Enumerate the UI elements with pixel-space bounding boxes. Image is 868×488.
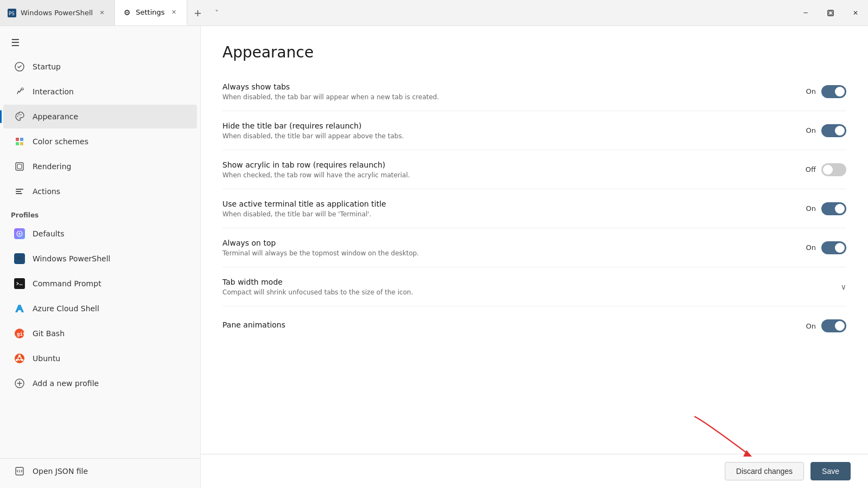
svg-point-8 (21, 114, 22, 115)
rendering-icon (14, 161, 25, 172)
svg-point-6 (17, 116, 18, 117)
tab-dropdown-button[interactable]: ˅ (209, 0, 225, 25)
svg-rect-9 (16, 138, 19, 141)
toggle-label-always-show-tabs: On (801, 87, 816, 95)
settings-row-always-show-tabs: Always show tabsWhen disabled, the tab b… (222, 72, 846, 111)
toggle-pane-animations[interactable] (821, 319, 846, 332)
settings-row-show-acrylic: Show acrylic in tab row (requires relaun… (222, 150, 846, 189)
setting-label-always-show-tabs: Always show tabs (222, 82, 779, 91)
toggle-always-on-top[interactable] (821, 241, 846, 254)
settings-row-always-on-top: Always on topTerminal will always be the… (222, 228, 846, 267)
sidebar-bottom: Open JSON file (0, 458, 200, 484)
sidebar-item-azure[interactable]: Azure Cloud Shell (3, 297, 197, 320)
setting-label-tab-width-mode: Tab width mode (222, 278, 819, 286)
toggle-always-show-tabs[interactable] (821, 85, 846, 98)
sidebar-item-add-profile-label: Add a new profile (33, 379, 99, 388)
sidebar-item-ubuntu-label: Ubuntu (33, 354, 60, 363)
toggle-thumb-pane-animations (835, 321, 845, 331)
tab-list: PS Windows PowerShell ✕ ⚙ Settings ✕ + ˅ (0, 0, 793, 25)
close-button[interactable]: ✕ (843, 0, 868, 25)
svg-rect-19 (16, 280, 23, 287)
main-layout: ☰ Startup Interaction Appearance Color s (0, 26, 868, 488)
settings-row-hide-title-bar: Hide the title bar (requires relaunch)Wh… (222, 111, 846, 150)
sidebar-item-startup-label: Startup (33, 62, 61, 71)
toggle-hide-title-bar[interactable] (821, 124, 846, 137)
chevron-down-icon-tab-width-mode[interactable]: ∨ (841, 282, 846, 291)
sidebar-item-powershell[interactable]: PS Windows PowerShell (3, 247, 197, 271)
svg-rect-12 (20, 142, 23, 145)
sidebar-item-interaction[interactable]: Interaction (3, 80, 197, 104)
svg-rect-17 (16, 193, 22, 194)
sidebar-item-rendering-label: Rendering (33, 162, 72, 171)
toggle-thumb-always-on-top (835, 243, 845, 253)
tab-settings[interactable]: ⚙ Settings ✕ (115, 0, 187, 25)
defaults-icon (14, 228, 25, 239)
save-button[interactable]: Save (810, 462, 851, 480)
svg-rect-11 (16, 142, 19, 145)
svg-point-5 (21, 88, 23, 90)
powershell-tab-label: Windows PowerShell (21, 9, 93, 17)
minimize-button[interactable]: ─ (793, 0, 818, 25)
bottom-bar: Discard changes Save (201, 454, 868, 488)
discard-changes-button[interactable]: Discard changes (725, 462, 804, 480)
setting-desc-use-terminal-title: When disabled, the title bar will be 'Te… (222, 210, 779, 218)
setting-desc-always-on-top: Terminal will always be the topmost wind… (222, 249, 779, 257)
toggle-thumb-always-show-tabs (835, 87, 845, 97)
sidebar-item-defaults-label: Defaults (33, 229, 64, 238)
svg-point-24 (21, 359, 23, 361)
sidebar-item-azure-label: Azure Cloud Shell (33, 304, 99, 313)
new-tab-button[interactable]: + (187, 0, 209, 25)
sidebar-item-add-profile[interactable]: Add a new profile (3, 371, 197, 395)
sidebar-item-defaults[interactable]: Defaults (3, 222, 197, 246)
hamburger-button[interactable]: ☰ (0, 30, 200, 54)
add-profile-icon (14, 378, 25, 389)
sidebar-item-powershell-label: Windows PowerShell (33, 254, 110, 263)
sidebar-item-cmd[interactable]: Command Prompt (3, 272, 197, 296)
svg-rect-15 (16, 189, 23, 190)
sidebar-item-color-schemes-label: Color schemes (33, 137, 88, 146)
svg-rect-3 (829, 11, 832, 15)
titlebar: PS Windows PowerShell ✕ ⚙ Settings ✕ + ˅… (0, 0, 868, 26)
svg-rect-16 (16, 191, 21, 192)
color-schemes-icon (14, 136, 25, 147)
appearance-icon (14, 111, 25, 122)
open-json-button[interactable]: Open JSON file (3, 459, 197, 483)
maximize-button[interactable] (818, 0, 843, 25)
toggle-show-acrylic[interactable] (821, 163, 846, 176)
sidebar-item-gitbash[interactable]: git Git Bash (3, 322, 197, 345)
sidebar-item-color-schemes[interactable]: Color schemes (3, 130, 197, 153)
sidebar-item-cmd-label: Command Prompt (33, 279, 101, 288)
setting-desc-always-show-tabs: When disabled, the tab bar will appear w… (222, 93, 779, 101)
setting-label-hide-title-bar: Hide the title bar (requires relaunch) (222, 121, 779, 130)
sidebar-item-appearance[interactable]: Appearance (3, 105, 197, 129)
toggle-label-hide-title-bar: On (801, 126, 816, 134)
toggle-thumb-show-acrylic (823, 165, 833, 175)
svg-point-25 (16, 359, 18, 361)
setting-label-use-terminal-title: Use active terminal title as application… (222, 200, 779, 208)
settings-tab-close[interactable]: ✕ (169, 8, 179, 17)
content-inner: Appearance Always show tabsWhen disabled… (201, 26, 868, 454)
svg-text:git: git (17, 331, 25, 337)
json-icon (14, 466, 25, 477)
sidebar-item-actions[interactable]: Actions (3, 179, 197, 203)
setting-desc-show-acrylic: When checked, the tab row will have the … (222, 171, 779, 179)
sidebar-item-appearance-label: Appearance (33, 112, 78, 121)
sidebar-item-startup[interactable]: Startup (3, 55, 197, 79)
sidebar-item-ubuntu[interactable]: Ubuntu (3, 346, 197, 370)
azure-profile-icon (14, 303, 25, 314)
sidebar-item-rendering[interactable]: Rendering (3, 155, 197, 178)
cmd-profile-icon (14, 278, 25, 289)
settings-row-tab-width-mode: Tab width modeCompact will shrink unfocu… (222, 267, 846, 306)
toggle-thumb-use-terminal-title (835, 204, 845, 214)
svg-rect-13 (16, 163, 23, 170)
actions-icon (14, 186, 25, 197)
tab-powershell[interactable]: PS Windows PowerShell ✕ (0, 0, 115, 25)
svg-rect-10 (20, 138, 23, 141)
toggle-use-terminal-title[interactable] (821, 202, 846, 215)
setting-desc-tab-width-mode: Compact will shrink unfocused tabs to th… (222, 288, 819, 296)
powershell-tab-close[interactable]: ✕ (97, 8, 107, 18)
toggle-label-pane-animations: On (801, 322, 816, 330)
toggle-thumb-hide-title-bar (835, 126, 845, 136)
sidebar-item-actions-label: Actions (33, 187, 60, 196)
powershell-tab-icon: PS (8, 9, 16, 17)
